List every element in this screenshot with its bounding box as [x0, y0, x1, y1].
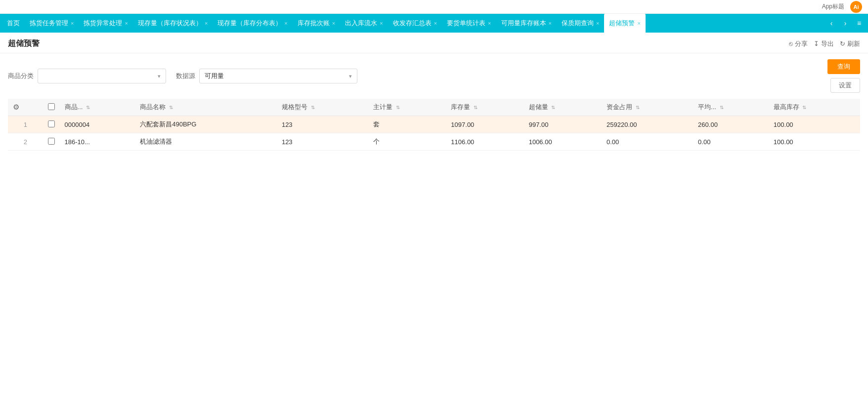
category-label: 商品分类: [8, 72, 34, 80]
col-spec-header[interactable]: 规格型号 ⇅: [277, 99, 368, 116]
close-icon[interactable]: ×: [284, 20, 287, 26]
datasource-value: 可用量: [205, 72, 224, 80]
share-button[interactable]: ⎋ 分享: [789, 40, 808, 48]
table-header: ⚙ 商品... ⇅ 商品名称 ⇅ 规格型号 ⇅: [8, 99, 860, 116]
col-overstock-header[interactable]: 超储量 ⇅: [524, 99, 602, 116]
category-filter-group: 商品分类 ▾: [8, 69, 166, 83]
row-checkbox-cell: [43, 116, 60, 133]
close-icon[interactable]: ×: [637, 20, 640, 26]
row-spec: 123: [277, 116, 368, 133]
close-icon[interactable]: ×: [332, 20, 335, 26]
top-bar: App标题 Ai: [0, 0, 868, 14]
close-icon[interactable]: ×: [71, 20, 74, 26]
row-capital: 259220.00: [602, 116, 693, 133]
nav-arrows: ‹›≡: [825, 14, 866, 33]
filter-area: 商品分类 ▾ 数据源 可用量 ▾ 查询 设置: [0, 53, 868, 99]
row-name: 机油滤清器: [135, 133, 277, 151]
sort-icon4: ⇅: [396, 105, 400, 110]
refresh-icon: ↻: [840, 40, 845, 47]
table-row: 2 186-10... 机油滤清器 123 个 1106.00 1006.00 …: [8, 133, 860, 151]
table-row: 1 0000004 六配套新昌490BPG 123 套 1097.00 997.…: [8, 116, 860, 133]
row-code: 186-10...: [60, 133, 135, 151]
sort-icon6: ⇅: [551, 105, 555, 110]
nav-item-order-stat[interactable]: 要货单统计表×: [442, 14, 496, 33]
row-maxstock: 100.00: [769, 116, 860, 133]
export-icon: ↧: [814, 40, 819, 47]
page-header: 超储预警 ⎋ 分享 ↧ 导出 ↻ 刷新: [0, 33, 868, 53]
sort-icon7: ⇅: [636, 105, 640, 110]
row-spec: 123: [277, 133, 368, 151]
col-name-header[interactable]: 商品名称 ⇅: [135, 99, 277, 116]
chevron-down-icon: ▾: [158, 73, 161, 79]
sort-icon5: ⇅: [474, 105, 477, 110]
gear-icon[interactable]: ⚙: [13, 103, 19, 111]
col-maxstock-header[interactable]: 最高库存 ⇅: [769, 99, 860, 116]
page-container: 超储预警 ⎋ 分享 ↧ 导出 ↻ 刷新 商品分类 ▾ 数据源: [0, 33, 868, 395]
row-unit: 套: [368, 116, 446, 133]
close-icon[interactable]: ×: [549, 20, 552, 26]
close-icon[interactable]: ×: [380, 20, 383, 26]
sort-icon9: ⇅: [802, 105, 806, 110]
nav-item-inventory-dist[interactable]: 现存量（库存分布表）×: [213, 14, 292, 33]
page-title: 超储预警: [8, 39, 40, 49]
close-icon[interactable]: ×: [596, 20, 599, 26]
avatar[interactable]: Ai: [850, 1, 862, 13]
row-checkbox-cell: [43, 133, 60, 151]
row-checkbox[interactable]: [48, 138, 55, 145]
category-select[interactable]: ▾: [38, 69, 166, 83]
col-stock-header[interactable]: 库存量 ⇅: [446, 99, 523, 116]
col-avg-header[interactable]: 平均... ⇅: [693, 99, 769, 116]
row-unit: 个: [368, 133, 446, 151]
col-unit-header[interactable]: 主计量 ⇅: [368, 99, 446, 116]
filter-right-actions: 查询 设置: [827, 59, 860, 93]
datasource-select[interactable]: 可用量 ▾: [199, 69, 357, 83]
top-bar-actions: App标题 Ai: [822, 1, 862, 13]
close-icon[interactable]: ×: [125, 20, 128, 26]
header-actions: ⎋ 分享 ↧ 导出 ↻ 刷新: [789, 40, 860, 48]
row-overstock: 997.00: [524, 116, 602, 133]
nav-item-overstock[interactable]: 超储预警×: [604, 14, 645, 33]
chevron-down-icon2: ▾: [349, 73, 352, 79]
sort-icon: ⇅: [86, 105, 90, 110]
refresh-button[interactable]: ↻ 刷新: [840, 40, 860, 48]
datasource-label: 数据源: [176, 72, 195, 80]
right-arrow-button[interactable]: ›: [838, 14, 852, 33]
row-avg: 260.00: [693, 116, 769, 133]
nav-item-quality[interactable]: 保质期查询×: [557, 14, 604, 33]
col-capital-header[interactable]: 资金占用 ⇅: [602, 99, 693, 116]
row-maxstock: 100.00: [769, 133, 860, 151]
sort-icon2: ⇅: [169, 105, 173, 110]
nav-item-collect[interactable]: 收发存汇总表×: [388, 14, 442, 33]
row-stock: 1097.00: [446, 116, 523, 133]
query-button[interactable]: 查询: [827, 59, 860, 74]
nav-item-abnormal[interactable]: 拣货异常处理×: [79, 14, 132, 33]
left-arrow-button[interactable]: ‹: [825, 14, 838, 33]
row-overstock: 1006.00: [524, 133, 602, 151]
nav-item-home[interactable]: 首页: [2, 14, 25, 33]
settings-button[interactable]: 设置: [830, 78, 860, 93]
menu-arrow-button[interactable]: ≡: [852, 14, 866, 33]
data-table: ⚙ 商品... ⇅ 商品名称 ⇅ 规格型号 ⇅: [8, 99, 860, 151]
top-bar-label: App标题: [822, 2, 844, 11]
close-icon[interactable]: ×: [434, 20, 437, 26]
row-capital: 0.00: [602, 133, 693, 151]
row-checkbox[interactable]: [48, 120, 55, 127]
nav-item-usable[interactable]: 可用量库存账本×: [496, 14, 557, 33]
row-number: 2: [8, 133, 43, 151]
col-code-header[interactable]: 商品... ⇅: [60, 99, 135, 116]
close-icon[interactable]: ×: [205, 20, 208, 26]
table-body: 1 0000004 六配套新昌490BPG 123 套 1097.00 997.…: [8, 116, 860, 151]
datasource-filter-group: 数据源 可用量 ▾: [176, 69, 357, 83]
export-button[interactable]: ↧ 导出: [814, 40, 834, 48]
table-container: ⚙ 商品... ⇅ 商品名称 ⇅ 规格型号 ⇅: [0, 99, 868, 151]
row-name: 六配套新昌490BPG: [135, 116, 277, 133]
nav-item-batch[interactable]: 库存批次账×: [293, 14, 340, 33]
nav-item-inventory-status[interactable]: 现存量（库存状况表）×: [133, 14, 213, 33]
row-number: 1: [8, 116, 43, 133]
sort-icon8: ⇅: [720, 105, 724, 110]
sort-icon3: ⇅: [311, 105, 315, 110]
select-all-checkbox[interactable]: [48, 103, 55, 110]
close-icon[interactable]: ×: [488, 20, 491, 26]
nav-item-flow[interactable]: 出入库流水×: [340, 14, 388, 33]
nav-item-task[interactable]: 拣货任务管理×: [25, 14, 79, 33]
